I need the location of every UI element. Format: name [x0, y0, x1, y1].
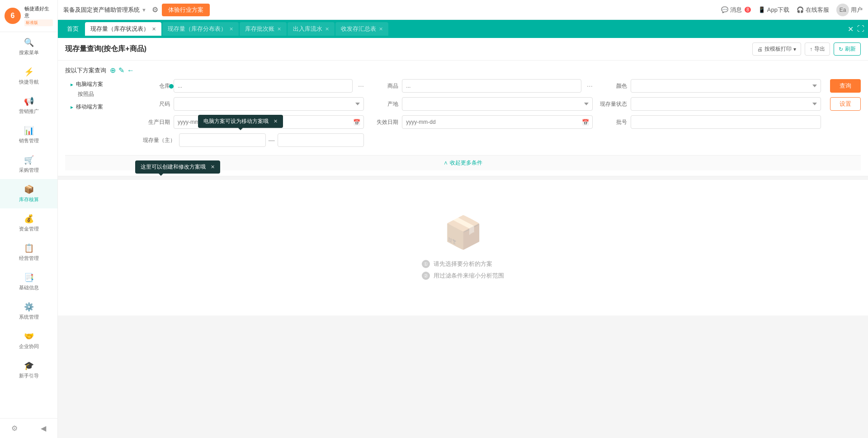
- page-actions: 🖨 按模板打印 ▾ ↑ 导出 ↻ 刷新: [752, 42, 861, 56]
- warehouse-input[interactable]: [174, 79, 353, 93]
- template-print-label: 按模板打印: [764, 45, 792, 53]
- size-select[interactable]: [174, 97, 364, 111]
- export-button[interactable]: ↑ 导出: [805, 42, 830, 56]
- tab-home[interactable]: 首页: [61, 22, 84, 36]
- app-download-button[interactable]: 📱 App下载: [758, 6, 789, 14]
- sidebar-item-quick-nav[interactable]: ⚡ 快捷导航: [0, 61, 57, 91]
- calendar-icon-expiry[interactable]: 📅: [582, 119, 589, 126]
- mobile-scheme-row[interactable]: ▸ 移动端方案: [71, 102, 137, 112]
- tab-receive-send-close[interactable]: ✕: [379, 26, 383, 32]
- logo-name: 畅捷通好生意: [24, 5, 53, 19]
- tab-inventory-dist-close[interactable]: ✕: [229, 26, 233, 32]
- filter-header: 按以下方案查询 ⊕ ✎ ← 电脑方案可设为移动方案哦 ✕: [65, 66, 861, 75]
- collapse-label: 收起更多条件: [450, 160, 482, 166]
- sidebar-item-system[interactable]: ⚙️ 系统管理: [0, 297, 57, 326]
- sales-icon: 📊: [24, 126, 34, 136]
- sidebar-label-finance: 资金管理: [19, 226, 39, 232]
- topbar-right: 💬 消息 8 📱 App下载 🎧 在线客服 Ea 用户: [721, 4, 863, 16]
- product-input[interactable]: [402, 79, 581, 93]
- collapse-icon: ∧: [443, 160, 448, 166]
- sidebar-label-enterprise: 企业协同: [19, 343, 39, 350]
- filter-field-stock-amount: 现存量（主） —: [143, 133, 364, 147]
- stock-amount-from[interactable]: [179, 133, 266, 147]
- expiry-date-label: 失效日期: [371, 118, 398, 126]
- batch-no-label: 批号: [600, 118, 627, 126]
- tab-batch-ledger-close[interactable]: ✕: [277, 26, 281, 32]
- topbar-settings-icon[interactable]: ⚙: [152, 5, 158, 14]
- guide-icon: 🎓: [24, 361, 34, 371]
- tab-inventory-status-close[interactable]: ✕: [152, 26, 156, 32]
- sidebar-label-sales: 销售管理: [19, 137, 39, 144]
- online-support-label: 在线客服: [806, 6, 829, 14]
- tab-receive-send-label: 收发存汇总表: [341, 25, 376, 33]
- color-select[interactable]: [631, 79, 821, 93]
- main-content: 现存量查询(按仓库+商品) 🖨 按模板打印 ▾ ↑ 导出 ↻ 刷新 按以下方案查…: [58, 38, 868, 438]
- sidebar-item-guide[interactable]: 🎓 新手引导: [0, 355, 57, 385]
- desktop-scheme-row[interactable]: ▸ 电脑端方案: [71, 79, 137, 89]
- sidebar-item-inventory[interactable]: 📦 库存核算: [0, 179, 57, 208]
- stock-amount-to[interactable]: [278, 133, 364, 147]
- tooltip-close-2[interactable]: ✕: [211, 164, 215, 170]
- phone-icon: 📱: [758, 6, 765, 13]
- stock-status-label: 现存量状态: [600, 100, 627, 108]
- sidebar-item-enterprise[interactable]: 🤝 企业协同: [0, 326, 57, 355]
- sidebar-item-operations[interactable]: 📋 经营管理: [0, 238, 57, 267]
- collapse-sidebar-icon[interactable]: ◀: [41, 424, 46, 433]
- operations-icon: 📋: [24, 243, 34, 253]
- refresh-button[interactable]: ↻ 刷新: [834, 42, 861, 56]
- origin-select[interactable]: [402, 97, 592, 111]
- tip-num-2: ②: [422, 272, 430, 280]
- template-print-button[interactable]: 🖨 按模板打印 ▾: [752, 42, 801, 56]
- messages-button[interactable]: 💬 消息 8: [721, 6, 751, 14]
- sidebar-label-guide: 新手引导: [19, 372, 39, 379]
- sidebar-item-marketing[interactable]: 📢 营销推广: [0, 91, 57, 120]
- tab-in-out-flow-label: 出入库流水: [293, 25, 322, 33]
- desktop-scheme-name[interactable]: 按照品: [71, 89, 137, 98]
- sidebar-logo: 6 畅捷通好生意 标准版: [0, 0, 57, 32]
- add-scheme-icon[interactable]: ⊕: [110, 66, 116, 75]
- sidebar-item-basic-info[interactable]: 📑 基础信息: [0, 267, 57, 297]
- trial-button[interactable]: 体验行业方案: [162, 4, 210, 16]
- edit-scheme-icon[interactable]: ✎: [118, 66, 124, 75]
- batch-no-input[interactable]: [631, 115, 821, 129]
- user-menu[interactable]: Ea 用户: [836, 4, 863, 16]
- tab-in-out-flow-close[interactable]: ✕: [325, 26, 329, 32]
- system-name-dropdown[interactable]: 装备及固定资产辅助管理系统 ▼: [63, 6, 146, 14]
- expand-icon: ▸: [71, 81, 73, 88]
- tab-inventory-status[interactable]: 现存量（库存状况表） ✕: [85, 22, 161, 36]
- warehouse-more-icon[interactable]: ⋯: [358, 83, 364, 89]
- stock-status-select[interactable]: [631, 97, 821, 111]
- filter-field-expiry-date: 失效日期 📅: [371, 115, 592, 129]
- sidebar-item-purchase[interactable]: 🛒 采购管理: [0, 150, 57, 179]
- tooltip-create-text: 这里可以创建和修改方案哦: [141, 164, 206, 170]
- product-more-icon[interactable]: ⋯: [587, 83, 593, 89]
- sidebar-item-finance[interactable]: 💰 资金管理: [0, 208, 57, 238]
- settings-bottom-icon[interactable]: ⚙: [11, 424, 18, 433]
- tab-receive-send[interactable]: 收发存汇总表 ✕: [335, 22, 388, 36]
- search-button[interactable]: 查询: [830, 79, 861, 93]
- sidebar-label-quick-nav: 快捷导航: [19, 79, 39, 85]
- arrow-left-icon[interactable]: ←: [127, 66, 134, 75]
- tooltip-scheme-info: 电脑方案可设为移动方案哦 ✕: [198, 115, 283, 128]
- expiry-date-input[interactable]: [402, 115, 592, 129]
- tooltip-close-1[interactable]: ✕: [274, 118, 278, 124]
- mobile-scheme-label: 移动端方案: [76, 103, 103, 111]
- fullscreen-icon[interactable]: ⛶: [857, 25, 864, 33]
- quick-nav-icon: ⚡: [24, 67, 34, 77]
- tab-batch-ledger[interactable]: 库存批次账 ✕: [240, 22, 287, 36]
- tab-in-out-flow[interactable]: 出入库流水 ✕: [288, 22, 335, 36]
- online-support-button[interactable]: 🎧 在线客服: [797, 6, 829, 14]
- tab-inventory-dist[interactable]: 现存量（库存分布表） ✕: [162, 22, 239, 36]
- tabbar: 首页 现存量（库存状况表） ✕ 现存量（库存分布表） ✕ 库存批次账 ✕ 出入库…: [58, 20, 868, 38]
- calendar-icon-prod[interactable]: 📅: [353, 119, 360, 126]
- connector-dot: [169, 84, 174, 89]
- message-icon: 💬: [721, 6, 728, 13]
- stock-amount-range: —: [179, 133, 364, 147]
- sidebar-item-sales[interactable]: 📊 销售管理: [0, 120, 57, 150]
- empty-area: 📦 ① 请先选择要分析的方案 ② 用过滤条件来缩小分析范围: [58, 180, 868, 316]
- filter-field-origin: 产地: [371, 97, 592, 111]
- reset-button[interactable]: 设置: [830, 97, 861, 111]
- export-icon: ↑: [810, 46, 812, 52]
- sidebar-item-search[interactable]: 🔍 搜索菜单: [0, 32, 57, 61]
- close-all-tabs-icon[interactable]: ✕: [848, 25, 854, 33]
